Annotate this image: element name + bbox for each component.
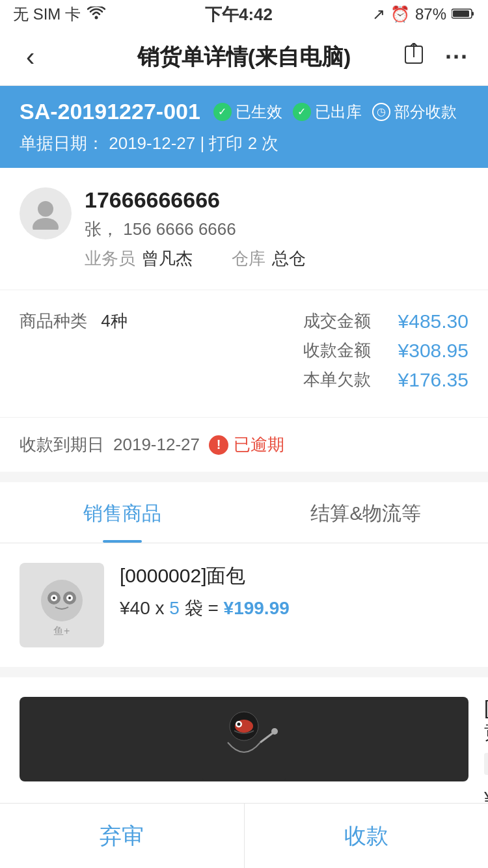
overdue-badge: ! 已逾期 — [209, 433, 284, 456]
kind-label: 商品种类 4种 — [20, 310, 128, 332]
status-badges: ✓ 已生效 ✓ 已出库 ◷ 部分收款 — [213, 102, 457, 122]
avatar — [20, 187, 72, 239]
customer-info: 17666666666 张， 156 6666 6666 业务员 曾凡杰 仓库 … — [85, 187, 468, 270]
received-row: 收款金额 ¥308.95 — [303, 339, 468, 362]
product-qty-1: 5 — [169, 598, 180, 618]
badge-partial: ◷ 部分收款 — [372, 102, 457, 122]
share-icon[interactable] — [402, 43, 426, 71]
due-label: 收款到期日 — [20, 433, 104, 456]
trading-label: 成交金额 — [303, 310, 371, 332]
list-item: 鱼+ [0000002]面包 ¥40 x 5 袋 = ¥199.99 — [0, 543, 488, 667]
svg-rect-2 — [472, 12, 474, 16]
product-name-1: [0000002]面包 — [120, 563, 468, 590]
back-button[interactable]: ‹ — [20, 36, 41, 78]
status-time: 下午4:42 — [205, 3, 273, 26]
product-thumb-1: 鱼+ — [20, 563, 104, 647]
tabs: 销售商品 结算&物流等 — [0, 482, 488, 543]
order-id: SA-20191227-001 — [20, 99, 200, 124]
due-section: 收款到期日 2019-12-27 ! 已逾期 — [0, 417, 488, 472]
product-thumb-2 — [20, 697, 468, 781]
warehouse-meta: 仓库 总仓 — [232, 247, 306, 270]
product-total-1: ¥199.99 — [224, 598, 290, 618]
sales-meta: 业务员 曾凡杰 — [85, 247, 193, 270]
print-unit: 次 — [262, 133, 278, 153]
nav-bar: ‹ 销货单详情(来自电脑) ··· — [0, 29, 488, 86]
debt-value: ¥176.35 — [384, 369, 468, 391]
carrier-label: 无 SIM 卡 — [13, 4, 81, 25]
sales-label: 业务员 — [85, 247, 135, 270]
badge-out: ✓ 已出库 — [293, 102, 362, 122]
warehouse-value: 总仓 — [272, 247, 306, 270]
svg-point-21 — [237, 723, 241, 726]
product-tag-2: 534532 — [484, 753, 488, 775]
received-value: ¥308.95 — [384, 340, 468, 362]
customer-phone-num: 156 6666 6666 — [123, 219, 236, 239]
status-bar: 无 SIM 卡 下午4:42 ↗ ⏰ 87% — [0, 0, 488, 29]
print-count: 2 — [248, 133, 257, 153]
battery-label: 87% — [415, 5, 446, 23]
warehouse-label: 仓库 — [232, 247, 265, 270]
badge-active: ✓ 已生效 — [213, 102, 282, 122]
customer-meta: 业务员 曾凡杰 仓库 总仓 — [85, 247, 468, 270]
gray-divider — [0, 472, 488, 482]
svg-point-0 — [95, 16, 98, 20]
customer-name: 张， — [85, 219, 118, 239]
customer-name-phone: 张， 156 6666 6666 — [85, 218, 468, 241]
received-label: 收款金额 — [303, 339, 371, 362]
svg-point-23 — [271, 728, 278, 735]
more-icon[interactable]: ··· — [445, 44, 468, 71]
tab-sales-products[interactable]: 销售商品 — [0, 482, 244, 543]
date-label: 单据日期： — [20, 133, 104, 153]
product-name-2: [00040001]黄油曲奇 — [484, 697, 488, 746]
header-top: SA-20191227-001 ✓ 已生效 ✓ 已出库 ◷ 部分收款 — [20, 99, 468, 124]
product-price-1: ¥40 x 5 袋 = ¥199.99 — [120, 596, 468, 621]
svg-point-15 — [68, 597, 71, 599]
overdue-icon: ! — [209, 435, 228, 455]
wifi-icon — [87, 5, 105, 23]
sales-person: 曾凡杰 — [142, 247, 193, 270]
product-info-1: [0000002]面包 ¥40 x 5 袋 = ¥199.99 — [120, 563, 468, 621]
nav-actions: ··· — [402, 43, 468, 71]
svg-point-7 — [33, 218, 59, 230]
debt-label: 本单欠款 — [303, 368, 371, 391]
svg-point-6 — [38, 201, 53, 217]
battery-icon — [452, 5, 475, 23]
cancel-button[interactable]: 弃审 — [0, 804, 245, 868]
header-banner: SA-20191227-001 ✓ 已生效 ✓ 已出库 ◷ 部分收款 单据日期：… — [0, 86, 488, 168]
stats-right: 成交金额 ¥485.30 收款金额 ¥308.95 本单欠款 ¥176.35 — [303, 310, 468, 398]
overdue-text: 已逾期 — [234, 433, 284, 456]
svg-rect-3 — [453, 10, 469, 17]
alarm-icon: ⏰ — [390, 5, 410, 23]
print-separator: | 打印 — [200, 133, 247, 153]
page-title: 销货单详情(来自电脑) — [137, 42, 351, 72]
status-left: 无 SIM 卡 — [13, 4, 105, 25]
trading-value: ¥485.30 — [384, 310, 468, 332]
bottom-bar: 弃审 收款 — [0, 803, 488, 868]
debt-row: 本单欠款 ¥176.35 — [303, 368, 468, 391]
check-icon-active: ✓ — [213, 103, 232, 121]
clock-icon: ◷ — [372, 103, 390, 121]
order-date: 2019-12-27 — [109, 133, 195, 153]
due-date: 2019-12-27 — [113, 435, 200, 455]
trading-row: 成交金额 ¥485.30 — [303, 310, 468, 332]
location-icon: ↗ — [372, 5, 385, 23]
kind-count: 4种 — [101, 311, 127, 331]
customer-section: 17666666666 张， 156 6666 6666 业务员 曾凡杰 仓库 … — [0, 168, 488, 290]
header-date-line: 单据日期： 2019-12-27 | 打印 2 次 — [20, 132, 468, 155]
confirm-button[interactable]: 收款 — [245, 804, 489, 868]
customer-id: 17666666666 — [85, 187, 468, 213]
svg-text:鱼+: 鱼+ — [53, 625, 70, 636]
check-icon-out: ✓ — [293, 103, 311, 121]
stats-section: 商品种类 4种 成交金额 ¥485.30 收款金额 ¥308.95 本单欠款 ¥… — [0, 290, 488, 417]
status-right: ↗ ⏰ 87% — [372, 5, 475, 23]
stats-left: 商品种类 4种 — [20, 310, 128, 332]
svg-point-9 — [41, 580, 83, 621]
svg-point-14 — [53, 597, 55, 599]
tab-settlement[interactable]: 结算&物流等 — [244, 482, 488, 543]
